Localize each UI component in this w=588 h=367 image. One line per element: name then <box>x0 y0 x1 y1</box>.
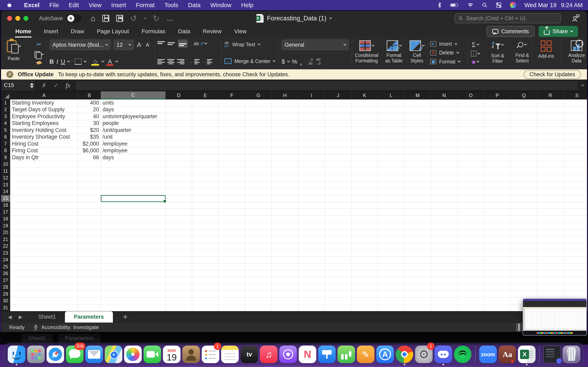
cell-H1[interactable] <box>272 100 298 106</box>
dock-photos-icon[interactable] <box>124 344 142 365</box>
cell-M14[interactable] <box>405 188 431 195</box>
cell-N23[interactable] <box>431 250 458 257</box>
analyze-data-button[interactable]: AnalyzeData <box>568 40 585 64</box>
cell-S2[interactable] <box>564 106 587 113</box>
cell-J20[interactable] <box>325 229 351 236</box>
cell-O20[interactable] <box>458 229 484 236</box>
cell-O2[interactable] <box>458 106 484 113</box>
add-sheet-button[interactable]: + <box>117 311 134 323</box>
cell-S13[interactable] <box>564 182 587 188</box>
cell-L14[interactable] <box>378 188 405 195</box>
cell-D28[interactable] <box>165 284 192 291</box>
cell-D1[interactable] <box>165 100 192 106</box>
cell-B29[interactable] <box>78 291 101 298</box>
cell-B27[interactable] <box>78 277 101 284</box>
cell-A22[interactable] <box>10 243 78 250</box>
cell-I23[interactable] <box>298 250 325 257</box>
cell-N31[interactable] <box>431 304 458 311</box>
cell-Q22[interactable] <box>511 243 537 250</box>
cell-K15[interactable] <box>351 195 378 202</box>
cell-P5[interactable] <box>484 127 511 133</box>
cell-J14[interactable] <box>325 188 351 195</box>
cell-A3[interactable]: Employee Productivity <box>10 113 78 120</box>
cell-Q13[interactable] <box>511 182 537 188</box>
column-header-M[interactable]: M <box>405 91 431 100</box>
cell-D9[interactable] <box>165 154 192 161</box>
grow-font-button[interactable]: A^ <box>137 41 143 49</box>
dock-mail-icon[interactable] <box>85 344 103 365</box>
cell-N5[interactable] <box>431 127 458 133</box>
cell-C11[interactable] <box>101 168 165 175</box>
cell-C14[interactable] <box>101 188 165 195</box>
cell-S8[interactable] <box>564 147 587 154</box>
cell-E14[interactable] <box>192 188 219 195</box>
cell-F10[interactable] <box>219 161 245 168</box>
cell-R15[interactable] <box>537 195 564 202</box>
cell-I26[interactable] <box>298 270 325 277</box>
cell-L5[interactable] <box>378 127 405 133</box>
row-header-23[interactable]: 23 <box>1 250 10 257</box>
cell-Q27[interactable] <box>511 277 537 284</box>
column-header-Q[interactable]: Q <box>511 91 537 100</box>
cell-F15[interactable] <box>219 195 245 202</box>
cell-S21[interactable] <box>564 236 587 243</box>
cell-M8[interactable] <box>405 147 431 154</box>
cell-D25[interactable] <box>165 263 192 270</box>
cell-B21[interactable] <box>78 236 101 243</box>
dock-launchpad-icon[interactable] <box>27 344 45 365</box>
cell-R3[interactable] <box>537 113 564 120</box>
row-header-31[interactable]: 31 <box>1 304 10 311</box>
cell-M11[interactable] <box>405 168 431 175</box>
cell-K11[interactable] <box>351 168 378 175</box>
cell-C13[interactable] <box>101 182 165 188</box>
column-header-P[interactable]: P <box>484 91 511 100</box>
row-header-11[interactable]: 11 <box>1 168 10 175</box>
cell-N26[interactable] <box>431 270 458 277</box>
currency-button[interactable]: $ <box>282 58 285 65</box>
cell-R14[interactable] <box>537 188 564 195</box>
cell-M18[interactable] <box>405 216 431 222</box>
cell-R10[interactable] <box>537 161 564 168</box>
cell-M17[interactable] <box>405 209 431 216</box>
cell-K24[interactable] <box>351 257 378 263</box>
cell-B28[interactable] <box>78 284 101 291</box>
accessibility-status[interactable]: Accessibility: Investigate <box>33 324 99 331</box>
dock-discord-icon[interactable] <box>434 344 452 365</box>
cut-button[interactable]: ✂ <box>35 41 43 48</box>
cell-G7[interactable] <box>245 141 272 147</box>
fill-button[interactable]: ↓ <box>471 51 480 57</box>
cell-L25[interactable] <box>378 263 405 270</box>
cell-N24[interactable] <box>431 257 458 263</box>
cell-K3[interactable] <box>351 113 378 120</box>
cell-H27[interactable] <box>272 277 298 284</box>
cell-J28[interactable] <box>325 284 351 291</box>
cell-K9[interactable] <box>351 154 378 161</box>
cell-N25[interactable] <box>431 263 458 270</box>
cell-M19[interactable] <box>405 222 431 229</box>
comma-button[interactable]: , <box>300 59 302 64</box>
cell-J3[interactable] <box>325 113 351 120</box>
cell-L30[interactable] <box>378 298 405 304</box>
row-header-10[interactable]: 10 <box>1 161 10 168</box>
cell-F12[interactable] <box>219 175 245 182</box>
cell-B14[interactable] <box>78 188 101 195</box>
cell-N28[interactable] <box>431 284 458 291</box>
cell-R2[interactable] <box>537 106 564 113</box>
cell-C12[interactable] <box>101 175 165 182</box>
borders-dropdown-icon[interactable] <box>84 59 86 62</box>
next-sheet-icon[interactable]: ▶ <box>18 314 22 320</box>
cell-O9[interactable] <box>458 154 484 161</box>
cell-D2[interactable] <box>165 106 192 113</box>
row-header-6[interactable]: 6 <box>1 134 10 141</box>
cell-M2[interactable] <box>405 106 431 113</box>
cell-O3[interactable] <box>458 113 484 120</box>
bluetooth-icon[interactable] <box>437 2 442 8</box>
cell-Q26[interactable] <box>511 270 537 277</box>
cell-H16[interactable] <box>272 202 298 209</box>
cell-E24[interactable] <box>192 257 219 263</box>
cell-C19[interactable] <box>101 222 165 229</box>
cell-O21[interactable] <box>458 236 484 243</box>
cell-A20[interactable] <box>10 229 78 236</box>
cell-H3[interactable] <box>272 113 298 120</box>
cell-J7[interactable] <box>325 141 351 147</box>
